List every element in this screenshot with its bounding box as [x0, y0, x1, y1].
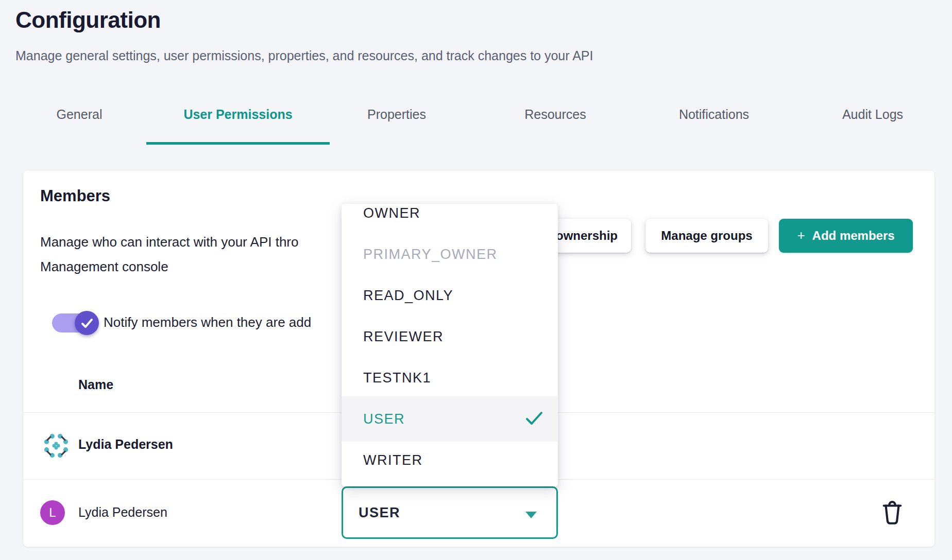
- role-dropdown-menu: OWNER PRIMARY_OWNER READ_ONLY REVIEWER T…: [342, 204, 558, 486]
- option-label: READ_ONLY: [363, 288, 453, 304]
- notify-members-label: Notify members when they are add: [104, 314, 311, 330]
- member-name: Lydia Pedersen: [78, 437, 173, 452]
- dropdown-option-writer[interactable]: WRITER: [342, 440, 558, 481]
- member-name: Lydia Pedersen: [78, 505, 167, 520]
- tab-resources-label: Resources: [524, 107, 586, 122]
- page-subtitle: Manage general settings, user permission…: [15, 48, 593, 63]
- option-label: USER: [363, 411, 405, 427]
- tab-notifications-label: Notifications: [679, 107, 749, 122]
- members-description-line1: Manage who can interact with your API th…: [40, 234, 299, 250]
- tab-resources[interactable]: Resources: [476, 94, 635, 145]
- avatar: L: [40, 500, 65, 525]
- option-label: REVIEWER: [363, 329, 444, 345]
- option-label: OWNER: [363, 205, 420, 221]
- dropdown-option-read-only[interactable]: READ_ONLY: [342, 275, 558, 316]
- tab-audit-logs-label: Audit Logs: [842, 107, 903, 122]
- tab-properties[interactable]: Properties: [317, 94, 476, 145]
- toggle-thumb: [75, 311, 99, 335]
- avatar-letter: L: [49, 505, 56, 520]
- option-label: TESTNK1: [363, 370, 431, 386]
- dropdown-option-user[interactable]: USER: [342, 396, 558, 442]
- notify-members-toggle[interactable]: [52, 313, 93, 332]
- group-avatar-icon: [42, 432, 70, 460]
- delete-member-button[interactable]: [879, 499, 907, 528]
- dropdown-option-testnk1[interactable]: TESTNK1: [342, 357, 558, 398]
- option-label: WRITER: [363, 452, 422, 468]
- name-column-header: Name: [78, 377, 113, 392]
- members-description-line2: Management console: [40, 259, 168, 275]
- tab-bar: General User Permissions Properties Reso…: [0, 94, 952, 145]
- check-icon: [525, 411, 543, 426]
- tab-properties-label: Properties: [367, 107, 426, 122]
- dropdown-option-reviewer[interactable]: REVIEWER: [342, 316, 558, 357]
- check-icon: [80, 318, 94, 329]
- members-heading: Members: [40, 187, 110, 205]
- active-tab-underline: [146, 142, 330, 145]
- add-members-button[interactable]: + Add members: [779, 219, 913, 253]
- plus-icon: +: [797, 227, 805, 243]
- manage-groups-button[interactable]: Manage groups: [645, 219, 768, 253]
- dropdown-option-primary-owner: PRIMARY_OWNER: [342, 234, 558, 275]
- tab-user-permissions-label: User Permissions: [183, 107, 292, 122]
- tab-audit-logs[interactable]: Audit Logs: [793, 94, 952, 145]
- tab-general[interactable]: General: [0, 94, 159, 145]
- role-select-value: USER: [359, 505, 400, 521]
- tab-notifications[interactable]: Notifications: [635, 94, 793, 145]
- tab-general-label: General: [57, 107, 103, 122]
- configuration-page: Configuration Manage general settings, u…: [0, 0, 952, 560]
- manage-groups-label: Manage groups: [661, 229, 752, 243]
- role-select[interactable]: USER: [342, 486, 558, 539]
- tab-user-permissions[interactable]: User Permissions: [159, 94, 317, 145]
- dropdown-option-owner[interactable]: OWNER: [342, 204, 558, 234]
- ownership-button-label: ownership: [556, 229, 618, 243]
- chevron-down-icon: [525, 512, 537, 518]
- trash-icon: [879, 499, 907, 527]
- page-title: Configuration: [15, 7, 161, 33]
- option-label: PRIMARY_OWNER: [363, 247, 498, 262]
- members-card: Members Manage who can interact with you…: [23, 170, 935, 547]
- add-members-label: Add members: [812, 229, 895, 243]
